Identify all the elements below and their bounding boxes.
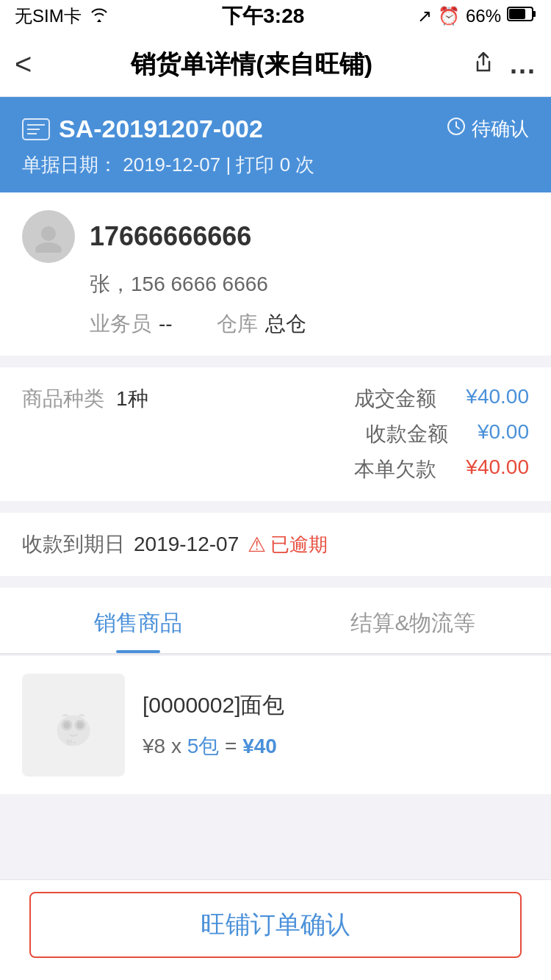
status-time: 下午3:28 — [222, 2, 304, 30]
nav-title: 销货单详情(来自旺铺) — [131, 48, 372, 82]
amount-row-2: 本单欠款 ¥40.00 — [354, 455, 529, 483]
amount-label-0: 成交金额 — [354, 385, 436, 413]
status-bar: 无SIM卡 下午3:28 ↗ ⏰ 66% — [0, 0, 551, 32]
svg-point-13 — [64, 722, 71, 729]
customer-name: 张，156 6666 6666 — [22, 270, 529, 298]
product-name: [0000002]面包 — [143, 691, 529, 721]
tab-products-label: 销售商品 — [94, 610, 182, 635]
carrier-text: 无SIM卡 — [15, 4, 82, 28]
product-type-label: 商品种类 — [22, 385, 104, 413]
order-date-line: 单据日期： 2019-12-07 | 打印 0 次 — [22, 152, 529, 178]
svg-point-14 — [77, 722, 84, 729]
svg-point-8 — [41, 226, 56, 241]
order-date-label: 单据日期： — [22, 154, 118, 176]
product-section: 野+ [0000002]面包 ¥8 x 5包 = ¥40 — [0, 656, 551, 794]
product-info: [0000002]面包 ¥8 x 5包 = ¥40 — [143, 691, 529, 760]
status-left: 无SIM卡 — [15, 4, 109, 28]
battery-icon — [507, 6, 536, 26]
summary-section: 商品种类 1种 成交金额 ¥40.00 收款金额 ¥0.00 本单欠款 ¥40.… — [0, 367, 551, 501]
order-header: SA-20191207-002 待确认 单据日期： 2019-12-07 | 打… — [0, 97, 551, 192]
tab-settlement-label: 结算&物流等 — [350, 610, 475, 635]
bottom-button-area: 旺铺订单确认 — [0, 879, 551, 980]
amount-label-1: 收款金额 — [366, 420, 448, 448]
price-qty: 5包 — [187, 735, 220, 757]
price-separator: = — [225, 735, 242, 757]
nav-left: < — [15, 48, 32, 81]
warehouse-value: 总仓 — [265, 310, 306, 338]
share-button[interactable] — [472, 49, 495, 80]
sales-rep-label: 业务员 — [90, 310, 151, 338]
clock-icon — [447, 117, 466, 141]
due-date-section: 收款到期日 2019-12-07 ⚠ 已逾期 — [0, 513, 551, 576]
customer-section: 17666666666 张，156 6666 6666 业务员 -- 仓库 总仓 — [0, 192, 551, 356]
order-status: 待确认 — [447, 116, 529, 142]
status-right: ↗ ⏰ 66% — [417, 6, 536, 26]
amount-value-0: ¥40.00 — [466, 385, 529, 413]
svg-rect-1 — [533, 11, 536, 17]
order-status-text: 待确认 — [472, 116, 529, 142]
warehouse-label: 仓库 — [217, 310, 258, 338]
more-button[interactable]: ... — [510, 49, 536, 80]
svg-rect-2 — [509, 9, 525, 19]
back-button[interactable]: < — [15, 48, 32, 81]
warehouse: 仓库 总仓 — [217, 310, 306, 338]
tabs-row: 销售商品 结算&物流等 — [0, 588, 551, 653]
due-label: 收款到期日 — [22, 530, 125, 558]
amount-row-0: 成交金额 ¥40.00 — [354, 385, 529, 413]
amount-label-2: 本单欠款 — [354, 455, 436, 483]
order-id: SA-20191207-002 — [22, 115, 263, 143]
due-date-value: 2019-12-07 — [134, 533, 239, 556]
tab-settlement[interactable]: 结算&物流等 — [276, 588, 551, 653]
warning-icon: ⚠ — [248, 533, 266, 557]
price-text: ¥8 x — [143, 735, 187, 757]
tabs-section: 销售商品 结算&物流等 — [0, 588, 551, 655]
order-date-value: 2019-12-07 — [123, 154, 220, 176]
alarm-icon: ⏰ — [438, 6, 460, 26]
location-icon: ↗ — [417, 6, 432, 26]
product-price: ¥8 x 5包 = ¥40 — [143, 732, 529, 760]
customer-top: 17666666666 — [22, 210, 529, 263]
summary-row: 商品种类 1种 成交金额 ¥40.00 收款金额 ¥0.00 本单欠款 ¥40.… — [22, 385, 529, 483]
summary-left: 商品种类 1种 — [22, 385, 148, 413]
order-id-text: SA-20191207-002 — [59, 115, 263, 143]
amount-value-2: ¥40.00 — [466, 455, 529, 483]
amount-row-1: 收款金额 ¥0.00 — [366, 420, 529, 448]
product-type-value: 1种 — [116, 385, 148, 413]
nav-bar: < 销货单详情(来自旺铺) ... — [0, 32, 551, 97]
customer-meta: 业务员 -- 仓库 总仓 — [22, 310, 529, 338]
confirm-order-label: 旺铺订单确认 — [201, 908, 350, 942]
tab-products[interactable]: 销售商品 — [0, 588, 276, 653]
overdue-badge: ⚠ 已逾期 — [248, 532, 328, 558]
invoice-icon — [22, 118, 50, 140]
overdue-text: 已逾期 — [270, 532, 328, 558]
summary-right: 成交金额 ¥40.00 收款金额 ¥0.00 本单欠款 ¥40.00 — [354, 385, 529, 483]
order-date-sep: | — [226, 154, 236, 176]
confirm-order-button[interactable]: 旺铺订单确认 — [29, 892, 522, 958]
wifi-icon — [89, 6, 109, 26]
avatar — [22, 210, 75, 263]
order-header-top: SA-20191207-002 待确认 — [22, 115, 529, 143]
svg-point-9 — [35, 242, 62, 253]
customer-phone: 17666666666 — [90, 221, 251, 252]
sales-rep-value: -- — [159, 312, 173, 336]
nav-right: ... — [472, 49, 536, 80]
amount-value-1: ¥0.00 — [478, 420, 529, 448]
product-thumbnail: 野+ — [22, 674, 125, 777]
price-total: ¥40 — [242, 735, 277, 757]
svg-text:野+: 野+ — [66, 739, 76, 746]
battery-text: 66% — [466, 6, 501, 26]
order-print-text: 打印 0 次 — [236, 154, 314, 176]
sales-rep: 业务员 -- — [90, 310, 173, 338]
